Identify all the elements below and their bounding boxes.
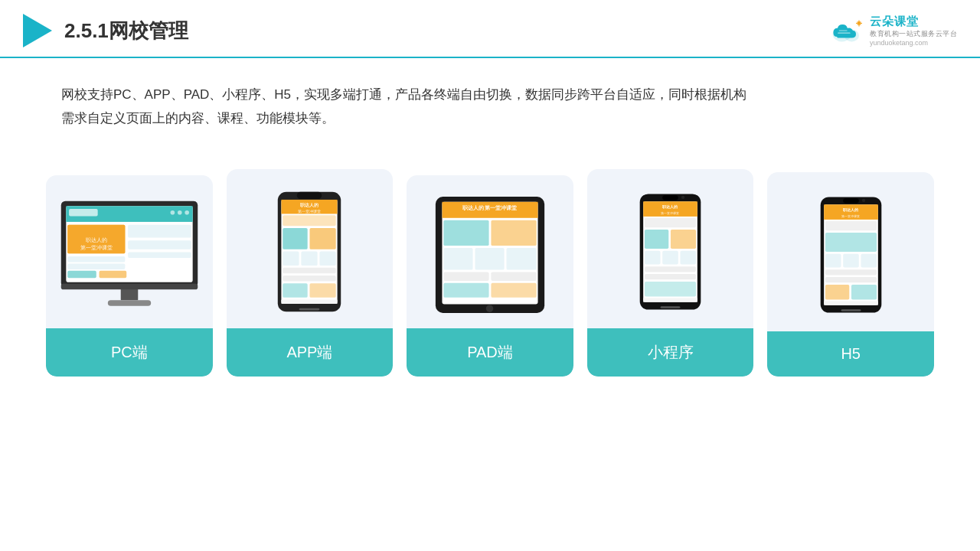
pad-label: PAD端 (407, 328, 573, 377)
svg-rect-43 (283, 276, 336, 281)
pad-image-area: 职达人的 第一堂冲课堂 (407, 175, 573, 328)
svg-rect-53 (443, 220, 488, 246)
svg-rect-38 (310, 228, 336, 249)
svg-rect-74 (681, 251, 697, 265)
cards-container: 职达人的 第一堂冲课堂 PC端 (0, 146, 980, 399)
description-line1: 网校支持PC、APP、PAD、小程序、H5，实现多端打通，产品各终端自由切换，数… (61, 83, 919, 106)
svg-rect-12 (69, 209, 98, 216)
app-phone-icon: 职达人的 第一堂冲课堂 (276, 187, 343, 316)
svg-point-65 (681, 196, 684, 199)
svg-rect-41 (320, 251, 336, 266)
svg-rect-91 (861, 254, 877, 268)
brand-url: yunduoketang.com (870, 39, 928, 47)
app-image-area: 职达人的 第一堂冲课堂 (227, 169, 394, 328)
svg-rect-58 (443, 272, 488, 280)
svg-rect-25 (67, 271, 96, 278)
h5-label: H5 (767, 331, 934, 377)
svg-rect-56 (475, 248, 504, 270)
card-pc: 职达人的 第一堂冲课堂 PC端 (46, 175, 213, 377)
svg-text:第一堂冲课堂: 第一堂冲课堂 (80, 245, 113, 250)
description-line2: 需求自定义页面上的内容、课程、功能模块等。 (61, 106, 919, 130)
svg-rect-78 (643, 298, 697, 302)
logo-triangle-icon (23, 14, 52, 47)
svg-point-83 (862, 199, 865, 202)
svg-rect-92 (825, 269, 877, 275)
svg-rect-21 (128, 240, 191, 249)
h5-phone-icon: 职达人的 第一堂冲课堂 (818, 191, 884, 319)
app-label: APP端 (227, 328, 394, 377)
svg-rect-39 (283, 251, 299, 266)
card-h5: 职达人的 第一堂冲课堂 H5 (767, 172, 934, 377)
svg-rect-46 (282, 299, 338, 304)
cloud-icon (828, 17, 865, 44)
svg-rect-29 (61, 284, 198, 290)
svg-point-14 (178, 210, 182, 215)
svg-text:职达人的: 职达人的 (299, 202, 318, 207)
brand-sub: 教育机构一站式服务云平台 (870, 29, 957, 39)
miniprogram-image-area: 职达人的 第一堂冲课堂 (587, 169, 754, 328)
svg-rect-88 (825, 233, 877, 252)
svg-rect-69 (645, 218, 696, 228)
page-title: 2.5.1网校管理 (64, 18, 188, 44)
description: 网校支持PC、APP、PAD、小程序、H5，实现多端打通，产品各终端自由切换，数… (0, 58, 980, 139)
svg-rect-37 (283, 228, 308, 249)
card-app: 职达人的 第一堂冲课堂 APP端 (227, 169, 394, 377)
pc-label: PC端 (46, 328, 213, 377)
svg-rect-95 (851, 285, 877, 300)
svg-rect-20 (128, 225, 191, 238)
svg-rect-73 (662, 251, 678, 265)
svg-rect-57 (506, 248, 536, 270)
header: 2.5.1网校管理 云朵课堂 教育机构一站式服务云平台 (0, 0, 980, 58)
svg-rect-45 (310, 283, 336, 298)
svg-rect-24 (67, 263, 125, 269)
svg-rect-44 (283, 283, 308, 298)
svg-rect-87 (825, 221, 877, 231)
pc-monitor-icon: 职达人的 第一堂冲课堂 (57, 197, 202, 316)
pad-tablet-icon: 职达人的 第一堂冲课堂 (433, 194, 547, 316)
svg-point-50 (486, 305, 494, 312)
header-right: 云朵课堂 教育机构一站式服务云平台 yunduoketang.com (828, 15, 957, 47)
cloud-logo: 云朵课堂 教育机构一站式服务云平台 yunduoketang.com (828, 15, 957, 47)
svg-rect-79 (661, 306, 681, 308)
svg-text:第一堂冲课堂: 第一堂冲课堂 (661, 211, 679, 215)
svg-rect-47 (299, 308, 320, 311)
svg-rect-32 (297, 192, 322, 199)
pc-image-area: 职达人的 第一堂冲课堂 (46, 175, 213, 328)
card-miniprogram: 职达人的 第一堂冲课堂 小程序 (587, 169, 754, 377)
svg-rect-42 (283, 268, 336, 273)
brand-name: 云朵课堂 (870, 15, 919, 29)
svg-rect-76 (645, 274, 696, 279)
svg-rect-26 (99, 271, 126, 278)
svg-rect-55 (443, 248, 472, 270)
svg-rect-23 (67, 256, 125, 262)
card-pad: 职达人的 第一堂冲课堂 PAD端 (407, 175, 573, 377)
h5-image-area: 职达人的 第一堂冲课堂 (767, 172, 934, 331)
svg-rect-93 (825, 277, 877, 282)
svg-rect-94 (825, 285, 849, 300)
svg-rect-40 (302, 251, 318, 266)
svg-rect-96 (824, 301, 878, 305)
svg-rect-90 (843, 254, 859, 268)
svg-text:第一堂冲课堂: 第一堂冲课堂 (298, 208, 321, 213)
svg-rect-28 (108, 300, 151, 306)
header-left: 2.5.1网校管理 (23, 14, 188, 47)
miniprogram-label: 小程序 (587, 328, 754, 377)
svg-rect-61 (491, 283, 536, 298)
svg-text:职达人的: 职达人的 (86, 237, 107, 243)
svg-rect-70 (645, 230, 668, 249)
svg-rect-75 (645, 266, 696, 272)
brand-text: 云朵课堂 教育机构一站式服务云平台 yunduoketang.com (870, 15, 957, 47)
svg-text:职达人的: 职达人的 (662, 204, 678, 209)
svg-rect-59 (491, 272, 536, 280)
svg-text:职达人的: 职达人的 (842, 207, 858, 212)
svg-text:职达人的 第一堂冲课堂: 职达人的 第一堂冲课堂 (462, 204, 518, 211)
svg-rect-72 (645, 251, 661, 265)
svg-rect-60 (443, 283, 488, 298)
svg-rect-82 (843, 198, 859, 203)
svg-point-13 (170, 210, 175, 215)
svg-rect-22 (128, 252, 191, 258)
svg-rect-97 (841, 309, 861, 311)
svg-rect-54 (491, 220, 536, 246)
svg-rect-77 (645, 282, 696, 297)
svg-rect-71 (671, 230, 696, 249)
